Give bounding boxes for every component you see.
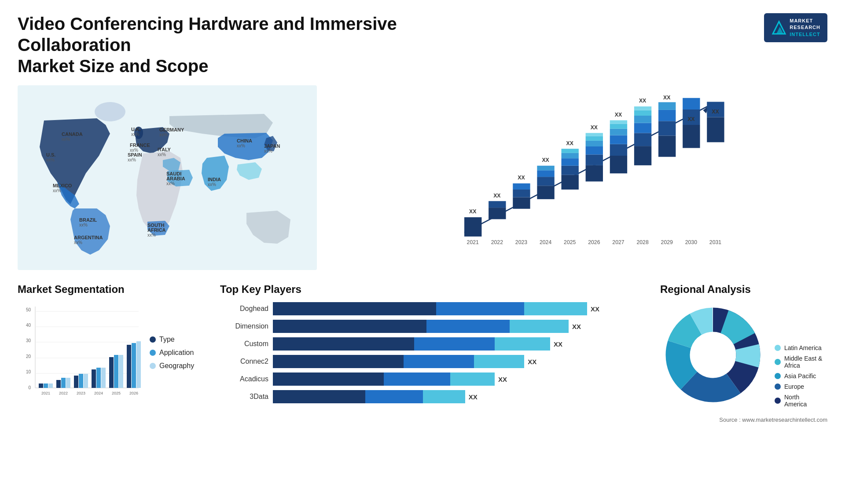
type-dot: [150, 336, 156, 343]
svg-text:2021: 2021: [467, 239, 479, 245]
player-bar-wrap-dimension: XX: [273, 320, 643, 333]
svg-rect-77: [634, 110, 651, 116]
svg-text:XX: XX: [493, 193, 501, 199]
svg-rect-137: [132, 343, 136, 388]
svg-text:XX: XX: [687, 116, 695, 122]
player-xx-acadicus: XX: [498, 376, 507, 383]
bar-chart-svg: XX XX XX XX: [356, 94, 819, 248]
svg-text:2029: 2029: [661, 239, 673, 245]
asia-pacific-label: Asia Pacific: [784, 373, 816, 380]
page-wrapper: Video Conferencing Hardware and Immersiv…: [0, 0, 845, 504]
svg-text:xx%: xx%: [128, 157, 136, 162]
svg-rect-118: [48, 383, 53, 388]
legend-middle-east: Middle East & Africa: [775, 355, 823, 369]
svg-text:2024: 2024: [94, 391, 103, 395]
player-bar-connec2: [273, 355, 524, 368]
player-bar-wrap-connec2: XX: [273, 355, 643, 368]
seg-chart-svg-wrap: 0 10 20 30 40 50: [18, 302, 141, 403]
north-america-dot: [775, 398, 781, 404]
seg-chart-area: 0 10 20 30 40 50: [18, 302, 202, 403]
svg-text:xx%: xx%: [74, 240, 82, 245]
player-bar-wrap-3data: XX: [273, 390, 643, 403]
svg-text:XX: XX: [469, 208, 477, 215]
svg-text:xx%: xx%: [131, 132, 140, 137]
svg-rect-55: [562, 158, 579, 166]
svg-rect-59: [586, 165, 603, 182]
player-name-acadicus: Acadicus: [220, 375, 268, 383]
europe-label: Europe: [784, 383, 804, 390]
logo: MARKET RESEARCH INTELLECT: [764, 13, 827, 42]
legend-type: Type: [150, 336, 194, 343]
seg-chart-svg: 0 10 20 30 40 50: [18, 302, 141, 403]
svg-rect-83: [658, 102, 676, 110]
player-row-dimension: Dimension XX: [220, 320, 643, 333]
svg-text:XX: XX: [566, 140, 574, 146]
player-bar-wrap-doghead: XX: [273, 302, 643, 315]
logo-icon: [771, 20, 787, 36]
svg-rect-120: [56, 380, 61, 388]
player-name-doghead: Doghead: [220, 305, 268, 313]
player-name-custom: Custom: [220, 340, 268, 348]
svg-rect-124: [74, 376, 78, 388]
player-bar-3data: [273, 390, 465, 403]
svg-rect-73: [634, 146, 651, 165]
svg-rect-41: [489, 208, 506, 219]
legend-geography: Geography: [150, 362, 194, 370]
svg-rect-48: [537, 186, 554, 199]
application-dot: [150, 350, 156, 356]
latin-america-label: Latin America: [784, 344, 822, 351]
svg-text:XX: XX: [542, 157, 549, 163]
svg-text:2028: 2028: [636, 239, 648, 245]
top-players-title: Top Key Players: [220, 283, 643, 296]
svg-text:2026: 2026: [129, 391, 138, 395]
svg-text:40: 40: [26, 323, 31, 328]
player-bar-wrap-acadicus: XX: [273, 373, 643, 386]
svg-text:2021: 2021: [41, 391, 50, 395]
player-xx-doghead: XX: [591, 305, 599, 313]
svg-text:0: 0: [28, 385, 31, 390]
geography-dot: [150, 363, 156, 369]
seg-legend: Type Application Geography: [150, 336, 194, 370]
svg-text:XX: XX: [663, 95, 671, 101]
svg-rect-80: [658, 136, 676, 157]
svg-rect-85: [683, 125, 700, 148]
svg-rect-130: [101, 368, 106, 388]
svg-rect-78: [634, 106, 651, 110]
svg-rect-54: [562, 166, 579, 175]
svg-text:MEXICO: MEXICO: [53, 183, 72, 188]
legend-asia-pacific: Asia Pacific: [775, 373, 823, 380]
player-name-connec2: Connec2: [220, 358, 268, 365]
svg-text:xx%: xx%: [147, 233, 156, 237]
svg-rect-128: [92, 369, 96, 388]
svg-text:30: 30: [26, 338, 31, 343]
svg-text:2025: 2025: [564, 239, 576, 245]
svg-rect-66: [610, 156, 627, 173]
middle-east-label: Middle East & Africa: [784, 355, 823, 369]
svg-rect-57: [562, 149, 579, 153]
svg-rect-116: [39, 383, 43, 388]
page-title: Video Conferencing Hardware and Immersiv…: [18, 13, 414, 77]
svg-text:xx%: xx%: [208, 182, 216, 187]
svg-rect-56: [562, 153, 579, 158]
svg-rect-69: [610, 129, 627, 135]
svg-rect-88: [707, 117, 724, 142]
donut-chart: [660, 302, 766, 408]
legend-north-america: North America: [775, 394, 823, 408]
svg-text:2031: 2031: [709, 239, 721, 245]
svg-text:CANADA: CANADA: [62, 131, 83, 137]
legend-latin-america: Latin America: [775, 344, 823, 351]
regional-content: Latin America Middle East & Africa Asia …: [660, 302, 827, 408]
bottom-section: Market Segmentation 0 10 20 30 40 50: [18, 283, 827, 423]
application-label: Application: [159, 349, 194, 357]
svg-rect-51: [537, 166, 554, 171]
svg-text:2023: 2023: [77, 391, 85, 395]
svg-text:XX: XX: [518, 175, 525, 181]
svg-rect-42: [489, 201, 506, 208]
player-bar-dimension: [273, 320, 569, 333]
player-name-dimension: Dimension: [220, 322, 268, 330]
svg-text:2023: 2023: [515, 239, 527, 245]
svg-rect-60: [586, 154, 603, 165]
svg-rect-53: [562, 175, 579, 190]
bar-chart-container: XX XX XX XX: [330, 85, 827, 270]
player-xx-connec2: XX: [528, 358, 536, 365]
